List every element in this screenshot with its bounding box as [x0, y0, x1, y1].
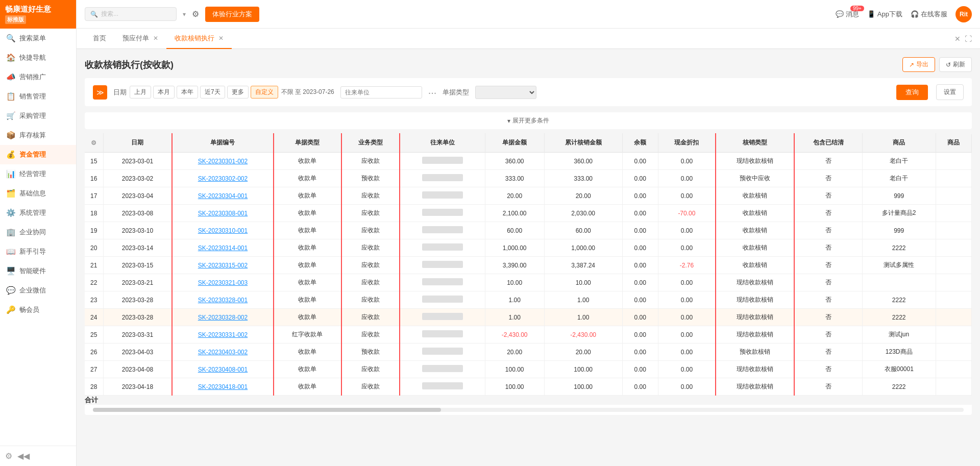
settings-btn[interactable]: 设置: [936, 84, 964, 100]
td-cumamount: 333.00: [544, 170, 622, 187]
tab-maximize-icon[interactable]: ⛶: [965, 35, 972, 43]
tab-collection-close[interactable]: ✕: [218, 35, 224, 42]
td-verifytype: 收款核销: [716, 205, 794, 222]
tab-prepay-close[interactable]: ✕: [153, 35, 158, 42]
type-filter-select[interactable]: [475, 86, 536, 99]
td-included: 否: [794, 274, 862, 291]
date-btn-this-month[interactable]: 本月: [153, 86, 175, 99]
doc-link[interactable]: SK-20230403-002: [198, 349, 248, 356]
doc-link[interactable]: SK-20230328-001: [198, 297, 248, 304]
doc-link[interactable]: SK-20230310-001: [198, 227, 248, 234]
tab-collection[interactable]: 收款核销执行 ✕: [166, 29, 232, 49]
doc-link[interactable]: SK-20230315-002: [198, 262, 248, 269]
filter-toggle-btn[interactable]: ≫: [93, 85, 107, 100]
th-gear[interactable]: ⚙: [85, 133, 103, 153]
sidebar-item-guide[interactable]: 📖新手引导: [0, 242, 76, 261]
settings-icon[interactable]: ⚙: [5, 451, 12, 461]
date-btn-last-month[interactable]: 上月: [130, 86, 151, 99]
td-unit: [400, 291, 485, 309]
refresh-btn[interactable]: ↺ 刷新: [939, 57, 972, 72]
td-unit: [400, 274, 485, 291]
td-product2: [936, 170, 971, 187]
query-btn[interactable]: 查询: [896, 85, 928, 100]
td-date: 2023-04-08: [103, 361, 172, 378]
user-avatar[interactable]: Rit: [955, 6, 972, 22]
table-scrollbar[interactable]: [93, 408, 964, 412]
td-amount: 2,100.00: [485, 205, 544, 222]
sidebar-item-system[interactable]: ⚙️系统管理: [0, 203, 76, 223]
td-product2: [936, 153, 971, 170]
td-unit: [400, 257, 485, 274]
sidebar-item-enterprise[interactable]: 🏢企业协同: [0, 223, 76, 242]
messages-item[interactable]: 💬 消息 99+: [836, 10, 859, 19]
sidebar-item-quicknav[interactable]: 🏠快捷导航: [0, 48, 76, 67]
sidebar-menu: 🔍搜索菜单🏠快捷导航📣营销推广📋销售管理🛒采购管理📦库存核算💰资金管理📊经营管理…: [0, 29, 76, 446]
td-date: 2023-03-15: [103, 257, 172, 274]
industry-btn[interactable]: 体验行业方案: [205, 7, 259, 22]
td-amount: 1.00: [485, 291, 544, 309]
td-cumamount: 10.00: [544, 274, 622, 291]
sidebar-item-member[interactable]: 🔑畅会员: [0, 300, 76, 320]
expand-more-btn[interactable]: ▾ 展开更多条件: [85, 114, 972, 127]
sidebar-item-purchase[interactable]: 🛒采购管理: [0, 106, 76, 126]
td-doctype: 收款单: [274, 361, 342, 378]
app-download-item[interactable]: 📱 App下载: [867, 10, 902, 19]
sidebar-item-basic[interactable]: 🗂️基础信息: [0, 184, 76, 203]
doc-link[interactable]: SK-20230304-001: [198, 192, 248, 200]
online-service-item[interactable]: 🎧 在线客服: [911, 10, 947, 19]
date-btn-more[interactable]: 更多: [227, 86, 249, 99]
sidebar-item-wechat[interactable]: 💬企业微信: [0, 281, 76, 300]
sidebar-item-search[interactable]: 🔍搜索菜单: [0, 29, 76, 48]
sidebar-item-hardware[interactable]: 🖥️智能硬件: [0, 261, 76, 281]
td-code: SK-20230302-002: [172, 170, 273, 187]
filter-bar: ≫ 日期 上月 本月 本年 近7天 更多 自定义 不限 至 2023-07-26…: [85, 78, 972, 106]
sidebar-item-inventory[interactable]: 📦库存核算: [0, 126, 76, 145]
sidebar-item-sales[interactable]: 📋销售管理: [0, 87, 76, 106]
td-verifytype: 现结收款核销: [716, 274, 794, 291]
doc-link[interactable]: SK-20230301-002: [198, 158, 248, 165]
sidebar-item-operations[interactable]: 📊经营管理: [0, 164, 76, 184]
tab-prepay[interactable]: 预应付单 ✕: [114, 29, 166, 49]
unit-filter-input[interactable]: [340, 86, 422, 99]
search-icon: 🔍: [90, 11, 98, 18]
date-btn-custom[interactable]: 自定义: [251, 86, 278, 99]
td-date: 2023-03-08: [103, 205, 172, 222]
td-biztype: 预收款: [341, 170, 399, 187]
td-no: 24: [85, 309, 103, 326]
tab-close-all-icon[interactable]: ✕: [954, 35, 961, 43]
td-balance: 0.00: [622, 170, 658, 187]
sidebar-item-finance[interactable]: 💰资金管理: [0, 145, 76, 164]
td-verifytype: 现结收款核销: [716, 326, 794, 344]
td-product1: 老白干: [862, 170, 936, 187]
table-row: 23 2023-03-28 SK-20230328-001 收款单 应收款 1.…: [85, 291, 972, 309]
topbar-gear-icon[interactable]: ⚙: [192, 9, 199, 19]
expand-icon: ▾: [507, 117, 510, 125]
doc-link[interactable]: SK-20230302-002: [198, 175, 248, 182]
date-btn-this-year[interactable]: 本年: [177, 86, 198, 99]
td-no: 21: [85, 257, 103, 274]
tab-home[interactable]: 首页: [85, 29, 114, 49]
collapse-icon[interactable]: ◀◀: [17, 451, 30, 461]
doc-link[interactable]: SK-20230408-001: [198, 366, 248, 373]
sidebar-label-marketing: 营销推广: [19, 72, 46, 82]
doc-link[interactable]: SK-20230328-002: [198, 314, 248, 321]
doc-link[interactable]: SK-20230331-002: [198, 331, 248, 338]
doc-link[interactable]: SK-20230321-003: [198, 279, 248, 286]
td-product2: [936, 274, 971, 291]
doc-link[interactable]: SK-20230418-001: [198, 383, 248, 390]
table-row: 22 2023-03-21 SK-20230321-003 收款单 应收款 10…: [85, 274, 972, 291]
td-product1: 测试多属性: [862, 257, 936, 274]
td-doctype: 收款单: [274, 274, 342, 291]
dropdown-chevron-icon[interactable]: ▾: [183, 11, 186, 18]
td-biztype: 预收款: [341, 344, 399, 361]
td-doctype: 收款单: [274, 257, 342, 274]
table-row: 20 2023-03-14 SK-20230314-001 收款单 应收款 1,…: [85, 239, 972, 257]
doc-link[interactable]: SK-20230308-001: [198, 210, 248, 217]
date-btn-7days[interactable]: 近7天: [200, 86, 225, 99]
global-search[interactable]: 🔍 搜索...: [85, 7, 177, 21]
doc-link[interactable]: SK-20230314-001: [198, 244, 248, 252]
td-product1: 2222: [862, 291, 936, 309]
sidebar-item-marketing[interactable]: 📣营销推广: [0, 67, 76, 87]
export-btn[interactable]: ↗ 导出: [902, 57, 935, 72]
td-discount: 0.00: [658, 222, 715, 239]
